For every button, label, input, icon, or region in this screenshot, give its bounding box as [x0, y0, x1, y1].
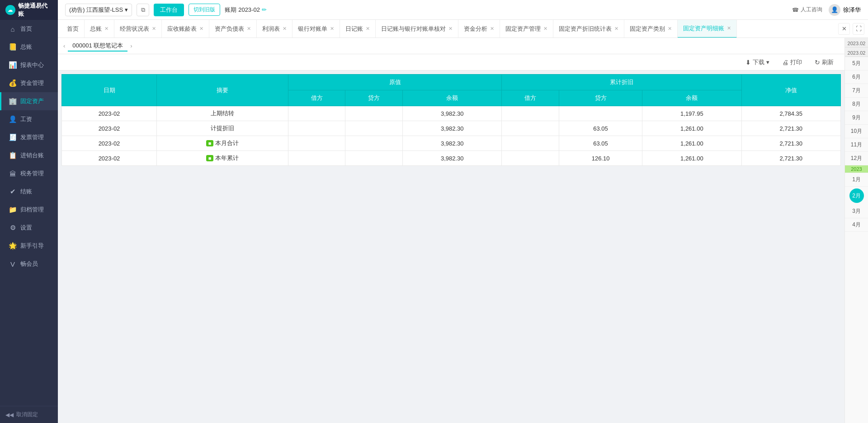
tab-经营状况表[interactable]: 经营状况表✕	[114, 20, 162, 38]
cal-month-12月[interactable]: 12月	[845, 152, 868, 165]
copy-btn[interactable]: ⧉	[137, 4, 149, 16]
tab-label: 日记账与银行对账单核对	[381, 25, 446, 33]
company-selector[interactable]: (劝告) 江西服望-LSS ▾	[65, 4, 132, 16]
tab-利润表[interactable]: 利润表✕	[257, 20, 292, 38]
cell-orig-debit	[288, 136, 345, 151]
sidebar-item-发票管理[interactable]: 🧾发票管理	[0, 128, 58, 146]
sidebar-icon: 🌟	[9, 242, 17, 250]
content-area: ‹ 000001 联想笔记本 › ⬇ 下载 ▾ 🖨 打印 ↻	[58, 38, 868, 423]
sidebar-icon: ⌂	[9, 25, 17, 33]
table-row: 2023-02 ■本年累计 3,982.30 126.10 1,261.00 2…	[62, 151, 841, 166]
sidebar-pin-btn[interactable]: ◀◀ 取消固定	[0, 406, 58, 423]
tab-close-btn[interactable]: ✕	[199, 26, 203, 32]
sidebar-label: 固定资产	[20, 97, 44, 105]
cell-acc-balance: 1,197.95	[642, 106, 741, 121]
period-edit-icon[interactable]: ✏	[262, 6, 267, 13]
switch-version-btn[interactable]: 切到旧版	[189, 4, 220, 16]
asset-nav-item[interactable]: 000001 联想笔记本	[68, 41, 127, 52]
tab-close-btn[interactable]: ✕	[247, 26, 251, 32]
th-orig-credit: 贷方	[345, 90, 403, 106]
tab-close-btn[interactable]: ✕	[490, 26, 494, 32]
sidebar-item-设置[interactable]: ⚙设置	[0, 219, 58, 237]
tab-close-btn[interactable]: ✕	[448, 26, 453, 32]
close-all-btn[interactable]: ✕	[838, 23, 850, 35]
cal-month-8月[interactable]: 8月	[845, 98, 868, 111]
nav-back-btn[interactable]: ‹	[63, 42, 65, 49]
cal-month-2024-4月[interactable]: 4月	[845, 218, 868, 232]
tab-close-btn[interactable]: ✕	[330, 26, 334, 32]
sidebar-icon: 💰	[9, 79, 17, 87]
refresh-btn[interactable]: ↻ 刷新	[811, 56, 837, 68]
cell-acc-balance: 1,261.00	[642, 121, 741, 136]
download-btn[interactable]: ⬇ 下载 ▾	[742, 56, 773, 68]
cal-month-9月[interactable]: 9月	[845, 111, 868, 125]
sidebar-item-畅会员[interactable]: V畅会员	[0, 255, 58, 273]
sidebar-icon: 📋	[9, 151, 17, 160]
sidebar-item-报表中心[interactable]: 📊报表中心	[0, 56, 58, 74]
sidebar-item-归档管理[interactable]: 📁归档管理	[0, 201, 58, 219]
sidebar-item-结账[interactable]: ✔结账	[0, 183, 58, 201]
cal-month-2024-1月[interactable]: 1月	[845, 173, 868, 187]
cal-month-5月[interactable]: 5月	[845, 57, 868, 70]
cal-month-6月[interactable]: 6月	[845, 70, 868, 84]
sidebar-item-新手引导[interactable]: 🌟新手引导	[0, 237, 58, 255]
cell-acc-debit	[502, 121, 559, 136]
tab-日记账与银行对账单核对[interactable]: 日记账与银行对账单核对✕	[376, 20, 458, 38]
sidebar-icon: 🧾	[9, 133, 17, 141]
help-icon: ☎	[792, 7, 799, 13]
tab-close-btn[interactable]: ✕	[152, 26, 156, 32]
tab-label: 应收账龄表	[167, 25, 197, 33]
sidebar-item-首页[interactable]: ⌂首页	[0, 20, 58, 38]
company-name: (劝告) 江西服望-LSS	[69, 6, 123, 14]
sidebar-item-工资[interactable]: 👤工资	[0, 110, 58, 128]
tab-首页[interactable]: 首页	[61, 20, 85, 38]
th-date: 日期	[62, 75, 157, 106]
fullscreen-btn[interactable]: ⛶	[853, 23, 864, 35]
sidebar-item-税务管理[interactable]: 🏛税务管理	[0, 164, 58, 183]
cell-orig-credit	[345, 136, 403, 151]
tab-close-btn[interactable]: ✕	[668, 26, 672, 32]
tab-close-btn[interactable]: ✕	[614, 26, 618, 32]
tab-资产负债表[interactable]: 资产负债表✕	[209, 20, 257, 38]
download-dropdown-icon: ▾	[766, 59, 769, 66]
cell-net-value: 2,721.30	[741, 151, 840, 166]
user-menu[interactable]: 👤 徐泽华	[829, 4, 861, 16]
tab-close-btn[interactable]: ✕	[283, 26, 287, 32]
cal-month-10月[interactable]: 10月	[845, 125, 868, 138]
th-acc-debit: 借方	[502, 90, 559, 106]
sidebar-item-资金管理[interactable]: 💰资金管理	[0, 74, 58, 92]
nav-forward-btn[interactable]: ›	[130, 42, 132, 49]
tab-close-btn[interactable]: ✕	[366, 26, 370, 32]
tab-close-btn[interactable]: ✕	[727, 25, 731, 31]
tab-银行对账单[interactable]: 银行对账单✕	[292, 20, 340, 38]
help-btn[interactable]: ☎ 人工咨询	[792, 6, 822, 14]
print-btn[interactable]: 🖨 打印	[778, 56, 806, 68]
tab-label: 总账	[90, 25, 102, 33]
download-icon: ⬇	[745, 59, 751, 66]
tab-close-btn[interactable]: ✕	[543, 26, 547, 32]
cal-month-11月[interactable]: 11月	[845, 138, 868, 152]
sidebar-item-总账[interactable]: 📒总账	[0, 38, 58, 56]
cell-date: 2023-02	[62, 106, 157, 121]
tab-固定资产类别[interactable]: 固定资产类别✕	[624, 20, 678, 38]
tab-日记账[interactable]: 日记账✕	[340, 20, 376, 38]
tab-固定资产管理[interactable]: 固定资产管理✕	[500, 20, 553, 38]
tab-固定资产明细账[interactable]: 固定资产明细账✕	[678, 20, 737, 38]
topbar: (劝告) 江西服望-LSS ▾ ⧉ 工作台 切到旧版 账期 2023-02 ✏ …	[58, 0, 868, 20]
tab-应收账龄表[interactable]: 应收账龄表✕	[162, 20, 209, 38]
tab-总账[interactable]: 总账✕	[85, 20, 114, 38]
sidebar-item-固定资产[interactable]: 🏢固定资产	[0, 92, 58, 110]
cell-abstract: ■本月合计	[157, 136, 288, 151]
workbench-btn[interactable]: 工作台	[154, 4, 184, 16]
tab-资金分析[interactable]: 资金分析✕	[458, 20, 500, 38]
cal-month-2024-2月[interactable]: 2月	[849, 188, 864, 203]
cal-month-7月[interactable]: 7月	[845, 84, 868, 98]
cell-acc-debit	[502, 136, 559, 151]
cell-acc-credit: 63.05	[559, 136, 642, 151]
sidebar-item-进销台账[interactable]: 📋进销台账	[0, 146, 58, 164]
tab-固定资产折旧统计表[interactable]: 固定资产折旧统计表✕	[553, 20, 624, 38]
row-tag: ■	[206, 140, 214, 146]
tab-close-btn[interactable]: ✕	[104, 26, 108, 32]
cal-month-2024-3月[interactable]: 3月	[845, 205, 868, 218]
tabbar: 首页总账✕经营状况表✕应收账龄表✕资产负债表✕利润表✕银行对账单✕日记账✕日记账…	[58, 20, 868, 38]
